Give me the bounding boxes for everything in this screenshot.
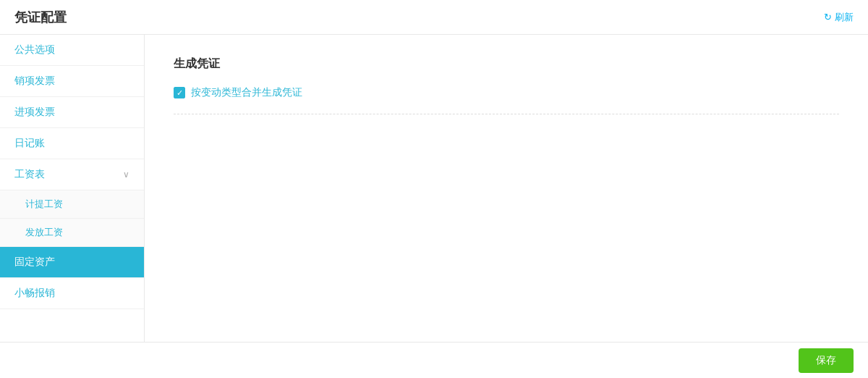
refresh-icon: ↻: [824, 12, 832, 22]
sidebar-item-journal[interactable]: 日记账: [0, 128, 144, 159]
sidebar-item-label: 日记账: [14, 137, 45, 150]
sidebar-item-label: 固定资产: [14, 256, 55, 269]
sidebar-item-payroll-table[interactable]: 工资表 ∨: [0, 159, 144, 190]
save-button[interactable]: 保存: [799, 348, 854, 373]
refresh-label: 刷新: [835, 11, 854, 24]
section-title: 生成凭证: [174, 56, 839, 72]
sidebar-item-sales-invoice[interactable]: 销项发票: [0, 66, 144, 97]
sidebar-item-label: 小畅报销: [14, 287, 55, 300]
sidebar-item-label: 销项发票: [14, 75, 55, 88]
header: 凭证配置 ↻ 刷新: [0, 0, 868, 35]
chevron-down-icon: ∨: [123, 169, 129, 180]
merge-by-type-checkbox[interactable]: [174, 87, 185, 98]
checkbox-row: 按变动类型合并生成凭证: [174, 86, 839, 99]
sidebar-item-label: 公共选项: [14, 43, 55, 56]
sidebar-item-label: 发放工资: [25, 227, 63, 238]
sidebar-item-calc-payroll[interactable]: 计提工资: [0, 190, 144, 219]
sidebar-item-purchase-invoice[interactable]: 进项发票: [0, 97, 144, 128]
sidebar-item-label: 工资表: [14, 168, 45, 181]
content-area: 生成凭证 按变动类型合并生成凭证: [145, 35, 868, 342]
sidebar-item-fixed-assets[interactable]: 固定资产: [0, 247, 144, 278]
footer: 保存: [0, 342, 868, 378]
sidebar: 公共选项 销项发票 进项发票 日记账 工资表 ∨ 计提工资 发放工资 固定资产 …: [0, 35, 145, 342]
main-layout: 公共选项 销项发票 进项发票 日记账 工资表 ∨ 计提工资 发放工资 固定资产 …: [0, 35, 868, 342]
divider: [174, 114, 839, 114]
refresh-button[interactable]: ↻ 刷新: [824, 11, 854, 24]
sidebar-item-label: 进项发票: [14, 106, 55, 119]
page-title: 凭证配置: [14, 9, 67, 26]
checkbox-label[interactable]: 按变动类型合并生成凭证: [191, 86, 302, 99]
sidebar-item-label: 计提工资: [25, 198, 63, 209]
sidebar-item-expense-reimbursement[interactable]: 小畅报销: [0, 278, 144, 309]
sidebar-item-pay-payroll[interactable]: 发放工资: [0, 219, 144, 247]
sidebar-item-public-options[interactable]: 公共选项: [0, 35, 144, 66]
